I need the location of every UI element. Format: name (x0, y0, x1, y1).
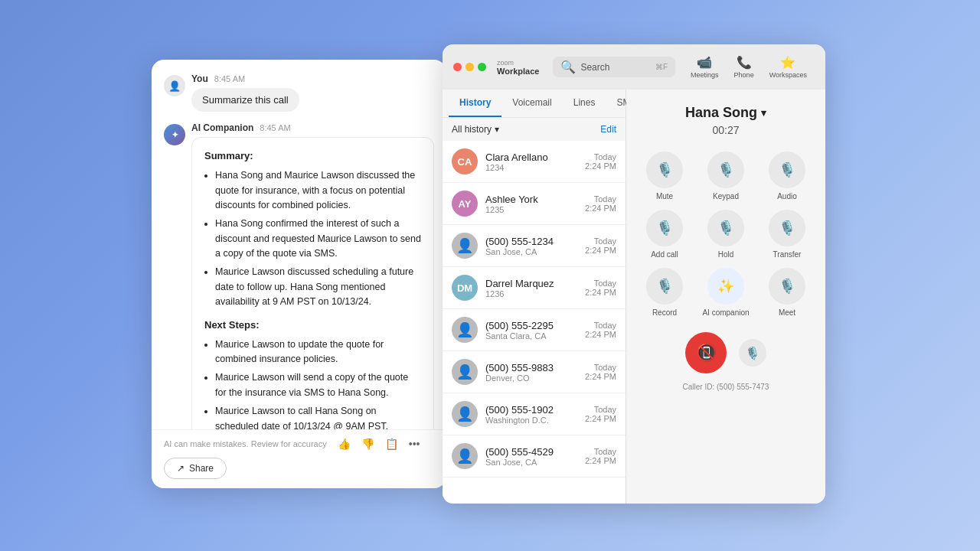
summary-item-1: Hana Song and Maurice Lawson discussed t… (215, 168, 421, 213)
minimize-window-dot[interactable] (466, 63, 474, 71)
phone-label: Phone (734, 71, 754, 79)
call-number-clara: 1234 (485, 163, 577, 172)
end-call-button[interactable]: 📵 (685, 332, 727, 373)
call-item-500-2295[interactable]: 👤 (500) 555-2295 Santa Clara, CA Today 2… (443, 309, 626, 351)
transfer-icon: 🎙️ (769, 210, 805, 246)
user-sender-label: You (191, 73, 208, 84)
thumbs-up-button[interactable]: 👍 (336, 436, 352, 452)
meet-button[interactable]: 🎙️ Meet (761, 268, 813, 317)
filter-row: All history ▾ Edit (443, 118, 626, 141)
share-label: Share (189, 463, 214, 474)
call-duration: 00:27 (712, 124, 739, 136)
next-steps-list: Maurice Lawson to update the quote for c… (204, 337, 421, 429)
call-item-500-1234[interactable]: 👤 (500) 555-1234 San Jose, CA Today 2:24… (443, 225, 626, 267)
meetings-label: Meetings (691, 71, 719, 79)
workspaces-icon: ⭐ (780, 55, 795, 70)
edit-button[interactable]: Edit (600, 124, 616, 135)
search-icon: 🔍 (560, 60, 576, 74)
ai-avatar: ✦ (164, 124, 185, 145)
caller-id-text: Caller ID: (500) 555-7473 (683, 383, 769, 391)
avatar-unknown-3: 👤 (452, 359, 478, 385)
call-item-clara[interactable]: CA Clara Arellano 1234 Today 2:24 PM (443, 141, 626, 183)
avatar-clara: CA (452, 148, 478, 174)
next-step-3: Maurice Lawson to call Hana Song on sche… (215, 404, 421, 429)
call-info-clara: Clara Arellano 1234 (485, 152, 577, 172)
phone-icon: 📞 (737, 55, 752, 70)
hold-button[interactable]: 🎙️ Hold (700, 210, 752, 259)
copy-button[interactable]: 📋 (384, 436, 400, 452)
avatar-unknown-5: 👤 (452, 443, 478, 469)
user-bubble: Summarize this call (191, 88, 299, 112)
feedback-icons: 👍 👎 📋 ••• (336, 436, 422, 452)
call-time-clara: Today 2:24 PM (585, 152, 616, 171)
record-button[interactable]: 🎙️ Record (639, 268, 691, 317)
nav-workspaces[interactable]: ⭐ Workspaces (762, 52, 815, 82)
call-location-500-1234: San Jose, CA (485, 247, 577, 256)
next-step-2: Maurice Lawson will send a copy of the q… (215, 370, 421, 400)
zoom-workplace-panel: zoom Workplace 🔍 Search ⌘F 📹 Meetings 📞 … (443, 44, 825, 504)
call-info-ashlee: Ashlee York 1235 (485, 194, 577, 214)
all-history-dropdown[interactable]: All history ▾ (452, 124, 499, 135)
ai-message-time: 8:45 AM (260, 123, 290, 132)
chat-footer: AI can make mistakes. Review for accurac… (152, 429, 446, 488)
summary-item-3: Maurice Lawson discussed scheduling a fu… (215, 265, 421, 309)
ai-companion-button[interactable]: ✨ AI companion (700, 268, 752, 317)
more-options-button[interactable]: ••• (407, 436, 422, 452)
add-call-button[interactable]: 🎙️ Add call (639, 210, 691, 259)
mic-button[interactable]: 🎙️ (739, 339, 766, 367)
call-item-500-4529[interactable]: 👤 (500) 555-4529 San Jose, CA Today 2:24… (443, 435, 626, 478)
tab-history[interactable]: History (449, 90, 501, 117)
meet-icon: 🎙️ (769, 268, 805, 305)
tab-voicemail[interactable]: Voicemail (501, 90, 562, 117)
workspaces-label: Workspaces (769, 71, 807, 79)
ai-companion-icon: ✨ (707, 268, 744, 305)
user-message-content: You 8:45 AM Summarize this call (191, 73, 299, 112)
call-info-darrel: Darrel Marquez 1236 (485, 278, 577, 298)
next-step-1: Maurice Lawson to update the quote for c… (215, 337, 421, 367)
next-steps-title: Next Steps: (204, 318, 421, 333)
call-item-darrel[interactable]: DM Darrel Marquez 1236 Today 2:24 PM (443, 267, 626, 309)
add-call-icon: 🎙️ (646, 210, 683, 246)
fullscreen-window-dot[interactable] (478, 63, 486, 71)
zoom-titlebar: zoom Workplace 🔍 Search ⌘F 📹 Meetings 📞 … (443, 44, 825, 90)
avatar-unknown-2: 👤 (452, 317, 478, 343)
call-name-darrel: Darrel Marquez (485, 278, 577, 289)
call-name-500-1234: (500) 555-1234 (485, 236, 577, 247)
call-item-500-9883[interactable]: 👤 (500) 555-9883 Denver, CO Today 2:24 P… (443, 351, 626, 393)
search-bar[interactable]: 🔍 Search ⌘F (553, 57, 675, 77)
zoom-brand: zoom Workplace (497, 59, 539, 76)
disclaimer-text: AI can make mistakes. Review for accurac… (164, 439, 327, 448)
call-name-clara: Clara Arellano (485, 152, 577, 163)
summary-list: Hana Song and Maurice Lawson discussed t… (204, 168, 421, 309)
tab-lines[interactable]: Lines (563, 90, 606, 117)
zoom-brand-bottom: Workplace (497, 67, 539, 76)
thumbs-down-button[interactable]: 👎 (360, 436, 376, 452)
nav-phone[interactable]: 📞 Phone (727, 52, 762, 82)
user-message-row: 👤 You 8:45 AM Summarize this call (164, 73, 434, 112)
call-item-ashlee[interactable]: AY Ashlee York 1235 Today 2:24 PM (443, 183, 626, 225)
avatar-ashlee: AY (452, 191, 478, 217)
nav-meetings[interactable]: 📹 Meetings (683, 52, 727, 82)
call-list: CA Clara Arellano 1234 Today 2:24 PM AY … (443, 141, 626, 504)
avatar-unknown-1: 👤 (452, 233, 478, 259)
share-icon: ↗ (177, 463, 185, 474)
transfer-button[interactable]: 🎙️ Transfer (761, 210, 813, 259)
share-button[interactable]: ↗ Share (164, 458, 227, 479)
call-time-ashlee: Today 2:24 PM (585, 194, 616, 213)
zoom-brand-top: zoom (497, 59, 539, 67)
user-message-time: 8:45 AM (214, 74, 245, 83)
phone-tabs-row: History Voicemail Lines SMS (443, 90, 626, 118)
audio-icon: 🎙️ (769, 152, 805, 188)
audio-button[interactable]: 🎙️ Audio (761, 152, 813, 201)
call-name-ashlee: Ashlee York (485, 194, 577, 205)
mute-icon: 🎙️ (646, 152, 683, 188)
close-window-dot[interactable] (453, 63, 462, 71)
avatar-unknown-4: 👤 (452, 401, 478, 427)
end-call-row: 📵 🎙️ (685, 332, 766, 373)
call-item-500-1902[interactable]: 👤 (500) 555-1902 Washington D.C. Today 2… (443, 393, 626, 435)
mute-button[interactable]: 🎙️ Mute (639, 152, 691, 201)
ai-sender-label: AI Companion (191, 122, 253, 133)
hold-icon: 🎙️ (707, 210, 744, 246)
disclaimer-row: AI can make mistakes. Review for accurac… (164, 436, 434, 452)
keypad-button[interactable]: 🎙️ Keypad (700, 152, 752, 201)
